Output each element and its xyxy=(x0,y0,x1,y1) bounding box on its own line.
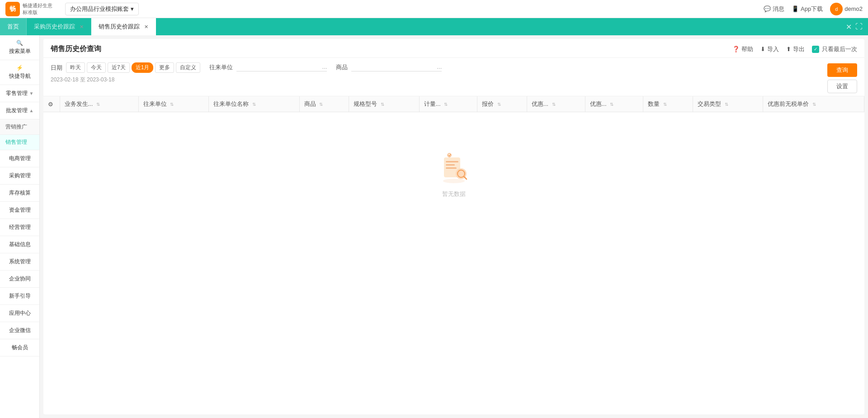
svg-rect-4 xyxy=(446,167,457,169)
only-last-checkbox-area[interactable]: ✓ 只看最后一次 xyxy=(812,45,857,53)
th-discount2[interactable]: 优惠... ⇅ xyxy=(585,96,643,112)
sort-icon: ⇅ xyxy=(319,102,323,107)
settings-button[interactable]: 设置 xyxy=(827,80,857,93)
sidebar-item-sales-mgmt[interactable]: 销售管理 xyxy=(0,135,39,150)
svg-rect-2 xyxy=(446,161,458,162)
sidebar-item-finance[interactable]: 资金管理 xyxy=(0,202,39,219)
sidebar-item-app-center[interactable]: 应用中心 xyxy=(0,305,39,322)
query-button[interactable]: 查询 xyxy=(827,63,857,77)
sort-icon: ⇅ xyxy=(725,102,728,107)
th-discount1[interactable]: 优惠... ⇅ xyxy=(527,96,585,112)
export-icon: ⬆ xyxy=(786,46,791,52)
source-filter: 往来单位 ... xyxy=(209,63,327,71)
sidebar-item-enterprise-collab[interactable]: 企业协同 xyxy=(0,271,39,288)
date-btn-1month[interactable]: 近1月 xyxy=(132,62,154,73)
export-button[interactable]: ⬆ 导出 xyxy=(786,45,805,53)
sidebar-item-purchase[interactable]: 采购管理 xyxy=(0,167,39,185)
message-nav[interactable]: 💬 消息 xyxy=(764,5,784,13)
table-header-row: ⚙ 业务发生... ⇅ 往来单位 ⇅ 往来单位名称 xyxy=(43,96,864,112)
sidebar-item-search[interactable]: 🔍 搜索菜单 xyxy=(0,35,39,60)
phone-icon: 📱 xyxy=(792,5,799,12)
logo-icon: 畅 xyxy=(5,2,20,16)
app-download-nav[interactable]: 📱 App下载 xyxy=(792,5,823,13)
sidebar-item-new-guide[interactable]: 新手引导 xyxy=(0,288,39,305)
goods-filter: 商品 ... xyxy=(336,63,442,71)
import-button[interactable]: ⬇ 导入 xyxy=(760,45,779,53)
th-unit-name[interactable]: 往来单位名称 ⇅ xyxy=(208,96,299,112)
chevron-down-icon: ▼ xyxy=(29,91,34,96)
topbar-left: 畅 畅捷通好生意 标准版 办公用品行业模拟账套 ▾ xyxy=(5,2,139,16)
sidebar-item-retail[interactable]: 零售管理 ▼ xyxy=(0,85,39,102)
content-area: 销售历史价查询 ❓ 帮助 ⬇ 导入 ⬆ 导出 ✓ xyxy=(40,35,868,418)
date-filter: 日期 昨天 今天 近7天 近1月 更多 自定义 2023-02-18 至 202… xyxy=(51,62,200,84)
svg-rect-3 xyxy=(446,164,455,166)
fullscreen-button[interactable]: ⛶ xyxy=(855,23,863,31)
date-btn-today[interactable]: 今天 xyxy=(87,62,106,73)
sort-icon: ⇅ xyxy=(663,102,667,107)
tab-close-purchase[interactable]: ✕ xyxy=(80,24,84,30)
source-dots[interactable]: ... xyxy=(322,63,327,70)
sidebar-item-wholesale[interactable]: 批发管理 ▲ xyxy=(0,102,39,119)
sidebar-item-quick-nav[interactable]: ⚡ 快捷导航 xyxy=(0,60,39,85)
app-selector[interactable]: 办公用品行业模拟账套 ▾ xyxy=(65,3,139,15)
th-spec[interactable]: 规格型号 ⇅ xyxy=(349,96,419,112)
date-btn-more[interactable]: 更多 xyxy=(155,62,174,73)
th-measure[interactable]: 计量... ⇅ xyxy=(419,96,477,112)
message-icon: 💬 xyxy=(764,5,771,12)
source-input[interactable] xyxy=(236,63,320,70)
gear-icon: ⚙ xyxy=(48,101,53,108)
goods-dots[interactable]: ... xyxy=(437,63,442,70)
date-range-display: 2023-02-18 至 2023-03-18 xyxy=(51,76,200,84)
sort-icon: ⇅ xyxy=(610,102,613,107)
source-input-area[interactable]: ... xyxy=(236,63,327,71)
logo-text: 畅捷通好生意 标准版 xyxy=(23,2,52,15)
table-container: ⚙ 业务发生... ⇅ 往来单位 ⇅ 往来单位名称 xyxy=(43,96,864,414)
user-area[interactable]: d demo2 xyxy=(830,3,863,15)
tab-close-sales[interactable]: ✕ xyxy=(144,24,148,30)
th-unit[interactable]: 往来单位 ⇅ xyxy=(138,96,208,112)
page-title: 销售历史价查询 xyxy=(51,44,101,54)
date-btn-custom[interactable]: 自定义 xyxy=(176,62,200,73)
th-qty[interactable]: 数量 ⇅ xyxy=(643,96,693,112)
th-price[interactable]: 报价 ⇅ xyxy=(477,96,527,112)
th-pre-tax-price[interactable]: 优惠前无税单价 ⇅ xyxy=(763,96,864,112)
date-filter-row: 日期 昨天 今天 近7天 近1月 更多 自定义 xyxy=(51,62,200,73)
date-btn-7days[interactable]: 近7天 xyxy=(108,62,130,73)
sort-icon: ⇅ xyxy=(170,102,174,107)
tab-purchase-history[interactable]: 采购历史价跟踪 ✕ xyxy=(27,18,91,35)
sort-icon: ⇅ xyxy=(96,102,100,107)
nav-icon: ⚡ xyxy=(16,65,23,71)
sort-icon: ⇅ xyxy=(552,102,556,107)
sidebar-item-operations[interactable]: 经营管理 xyxy=(0,219,39,236)
checkbox-checked-icon: ✓ xyxy=(812,46,819,53)
date-btn-yesterday[interactable]: 昨天 xyxy=(66,62,85,73)
empty-state: 暂无数据 xyxy=(43,112,864,234)
date-buttons: 昨天 今天 近7天 近1月 更多 自定义 xyxy=(66,62,200,73)
topbar-right: 💬 消息 📱 App下载 d demo2 xyxy=(764,3,863,15)
sidebar-item-wechat[interactable]: 企业微信 xyxy=(0,322,39,339)
sidebar-item-ecommerce[interactable]: 电商管理 xyxy=(0,150,39,167)
sort-icon: ⇅ xyxy=(497,102,501,107)
th-goods[interactable]: 商品 ⇅ xyxy=(299,96,349,112)
tab-home[interactable]: 首页 xyxy=(0,18,27,35)
sidebar-item-basic-info[interactable]: 基础信息 xyxy=(0,236,39,253)
chevron-down-icon: ▾ xyxy=(131,5,134,12)
import-icon: ⬇ xyxy=(760,46,765,52)
th-gear[interactable]: ⚙ xyxy=(43,96,60,112)
sort-icon: ⇅ xyxy=(381,102,384,107)
th-trade-type[interactable]: 交易类型 ⇅ xyxy=(693,96,763,112)
sidebar-item-inventory[interactable]: 库存核算 xyxy=(0,185,39,202)
sidebar-item-member[interactable]: 畅会员 xyxy=(0,339,39,356)
th-date[interactable]: 业务发生... ⇅ xyxy=(60,96,138,112)
goods-input-area[interactable]: ... xyxy=(351,63,442,71)
help-button[interactable]: ❓ 帮助 xyxy=(732,45,753,53)
main-layout: 🔍 搜索菜单 ⚡ 快捷导航 零售管理 ▼ 批发管理 ▲ 营销推广 销售管理 电商… xyxy=(0,35,868,418)
page-header-actions: ❓ 帮助 ⬇ 导入 ⬆ 导出 ✓ 只看最后一次 xyxy=(732,45,857,53)
tab-sales-history[interactable]: 销售历史价跟踪 ✕ xyxy=(91,18,156,35)
sidebar-item-system[interactable]: 系统管理 xyxy=(0,253,39,271)
close-all-tabs-button[interactable]: ✕ xyxy=(846,23,852,31)
page-container: 销售历史价查询 ❓ 帮助 ⬇ 导入 ⬆ 导出 ✓ xyxy=(43,39,864,414)
data-table: ⚙ 业务发生... ⇅ 往来单位 ⇅ 往来单位名称 xyxy=(43,96,864,112)
goods-input[interactable] xyxy=(351,63,435,70)
sidebar-item-marketing[interactable]: 营销推广 xyxy=(0,119,39,135)
